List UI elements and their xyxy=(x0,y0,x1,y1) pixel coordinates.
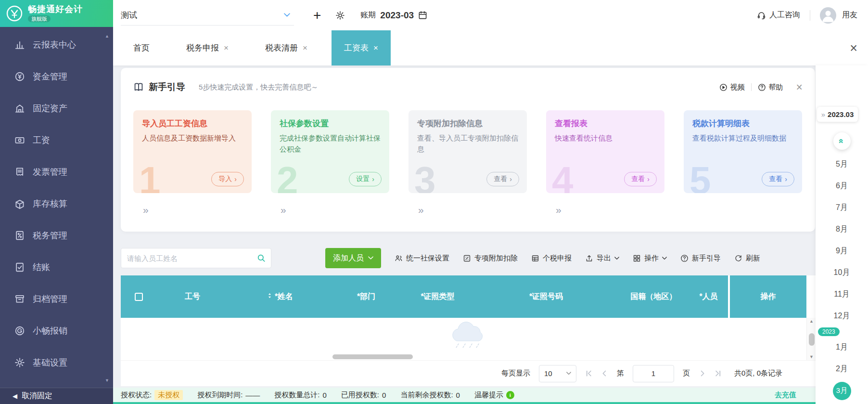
personal-tax-declare-button[interactable]: 个税申报 xyxy=(531,254,572,263)
close-panel-icon[interactable]: × xyxy=(850,41,857,54)
month-item[interactable]: 11月 xyxy=(816,284,868,305)
tab-tax-register[interactable]: 税表清册 × xyxy=(253,30,320,65)
export-button[interactable]: 导出 xyxy=(585,254,619,263)
tabbar: 首页 税务申报 × 税表清册 × 工资表 × × xyxy=(113,30,868,65)
collapse-panel-icon: » xyxy=(821,110,825,118)
column-header-id-number: *证照号码 xyxy=(474,275,618,318)
tab-tax-declaration[interactable]: 税务申报 × xyxy=(174,30,241,65)
divider xyxy=(810,10,810,21)
sidebar-item-settings[interactable]: 基础设置 xyxy=(0,347,113,378)
month-item[interactable]: 4月 xyxy=(816,402,868,404)
prev-page-icon[interactable] xyxy=(601,370,608,377)
next-page-icon[interactable] xyxy=(699,370,706,377)
double-chevron-icon[interactable]: » xyxy=(546,205,664,215)
guide-step-action-button[interactable]: 查看› xyxy=(762,172,794,186)
unpin-sidebar-button[interactable]: ◀ 取消固定 xyxy=(0,388,113,404)
sort-icon[interactable] xyxy=(267,292,273,301)
question-icon xyxy=(758,83,766,91)
current-period-button[interactable]: » 2023.03 xyxy=(817,107,858,122)
guide-step-title: 导入员工工资信息 xyxy=(142,118,243,129)
search-input[interactable] xyxy=(121,248,271,268)
month-item[interactable]: 7月 xyxy=(816,197,868,219)
help-link[interactable]: 帮助 xyxy=(758,83,783,92)
sidebar-item-cloud-reports[interactable]: 云报表中心 xyxy=(0,29,113,61)
sidebar-item-closing[interactable]: 结账 xyxy=(0,251,113,283)
guide-step-action-button[interactable]: 设置› xyxy=(349,172,382,186)
month-item[interactable]: 9月 xyxy=(816,240,868,262)
month-item[interactable]: 8月 xyxy=(816,219,868,240)
new-tab-button[interactable]: + xyxy=(313,9,321,22)
tab-salary-sheet[interactable]: 工资表 × xyxy=(332,30,391,65)
select-all-checkbox[interactable] xyxy=(135,293,143,301)
book-icon xyxy=(133,82,144,92)
month-item[interactable]: 12月 xyxy=(816,305,868,327)
support-button[interactable]: 人工咨询 xyxy=(757,10,800,20)
guide-close-icon[interactable]: × xyxy=(796,82,803,93)
brand-header: 畅捷通好会计 旗舰版 xyxy=(0,0,113,27)
month-item[interactable]: 2月 xyxy=(816,358,868,380)
guide-step-view-reports: 查看报表 快速查看统计信息 4 查看› xyxy=(546,110,664,193)
video-link[interactable]: 视频 xyxy=(719,83,745,92)
employee-table: 工号 *姓名 *部门 *证照类型 *证照号码 国籍（地区） *人员 操作 xyxy=(121,275,816,361)
app-logo-icon xyxy=(6,5,23,22)
guide-step-action-button[interactable]: 查看› xyxy=(624,172,657,186)
beginner-guide-button[interactable]: 新手引导 xyxy=(680,254,721,263)
sidebar: 畅捷通好会计 旗舰版 ▲ 云报表中心 资金管理 固定资产 工资 xyxy=(0,0,113,404)
search-icon[interactable] xyxy=(257,254,266,262)
month-item-active[interactable]: 3月 xyxy=(816,380,868,402)
first-page-icon[interactable] xyxy=(585,370,592,377)
last-page-icon[interactable] xyxy=(715,370,722,377)
per-page-select[interactable]: 10 xyxy=(539,365,576,382)
workspace-select[interactable]: 测试 xyxy=(121,5,294,26)
month-item[interactable]: 6月 xyxy=(816,175,868,197)
sidebar-scroll-down-icon[interactable]: ▼ xyxy=(105,378,109,383)
month-item[interactable]: 5月 xyxy=(816,154,868,175)
sidebar-scroll-up-icon[interactable]: ▲ xyxy=(105,34,109,39)
tab-close-icon[interactable]: × xyxy=(373,44,378,52)
double-chevron-icon[interactable]: » xyxy=(271,205,389,215)
operation-button[interactable]: 操作 xyxy=(633,254,667,263)
double-chevron-icon[interactable]: » xyxy=(133,205,252,215)
sidebar-item-salary[interactable]: 工资 xyxy=(0,124,113,156)
salary-icon xyxy=(14,135,25,145)
chevron-down-icon xyxy=(614,257,619,260)
sidebar-item-expense[interactable]: 小畅报销 xyxy=(0,315,113,347)
month-item[interactable]: 10月 xyxy=(816,262,868,284)
unified-social-security-button[interactable]: 统一社保设置 xyxy=(395,254,449,263)
guide-step-action-button[interactable]: 导入› xyxy=(211,172,244,186)
month-item[interactable]: 1月 xyxy=(816,337,868,358)
period-label: 账期 xyxy=(360,10,376,20)
recharge-link[interactable]: 去充值 xyxy=(775,391,796,400)
year-badge[interactable]: 2023 xyxy=(818,326,840,338)
sidebar-item-invoice[interactable]: 发票管理 xyxy=(0,156,113,188)
avatar[interactable] xyxy=(820,7,836,24)
refresh-button[interactable]: 刷新 xyxy=(734,254,760,263)
sidebar-item-funds[interactable]: 资金管理 xyxy=(0,61,113,92)
scroll-down-icon[interactable]: ▼ xyxy=(809,355,814,359)
sidebar-item-archive[interactable]: 归档管理 xyxy=(0,283,113,315)
sidebar-item-fixed-assets[interactable]: 固定资产 xyxy=(0,92,113,124)
page-number-input[interactable] xyxy=(633,365,674,382)
scroll-up-icon[interactable]: ▲ xyxy=(809,319,814,324)
license-expiry: 授权到期时间: —— xyxy=(197,391,260,400)
special-deduction-button[interactable]: 专项附加扣除 xyxy=(463,254,518,263)
calendar-icon[interactable] xyxy=(418,11,427,20)
double-chevron-icon[interactable]: » xyxy=(408,205,527,215)
tab-close-icon[interactable]: × xyxy=(224,44,229,52)
calendar-scroll-up-button[interactable]: « xyxy=(833,132,851,150)
tab-close-icon[interactable]: × xyxy=(303,44,307,52)
sidebar-item-tax[interactable]: 税务管理 xyxy=(0,220,113,251)
info-icon[interactable]: i xyxy=(506,391,514,399)
period-calendar-panel: » 2023.03 « 5月 6月 7月 8月 9月 10月 11月 12月 2… xyxy=(816,65,868,404)
period-value: 2023-03 xyxy=(380,10,414,21)
guide-step-action-button[interactable]: 查看› xyxy=(486,172,519,186)
vertical-scrollbar-thumb[interactable] xyxy=(809,333,815,346)
add-employee-button[interactable]: 添加人员 xyxy=(325,248,381,268)
gear-icon[interactable] xyxy=(335,11,345,20)
expense-icon xyxy=(14,326,25,336)
user-name[interactable]: 用友 xyxy=(842,10,857,20)
tab-home[interactable]: 首页 xyxy=(121,30,162,65)
guide-step-number: 4 xyxy=(552,161,574,193)
sidebar-item-inventory[interactable]: 库存核算 xyxy=(0,188,113,220)
horizontal-scrollbar[interactable] xyxy=(332,354,413,359)
